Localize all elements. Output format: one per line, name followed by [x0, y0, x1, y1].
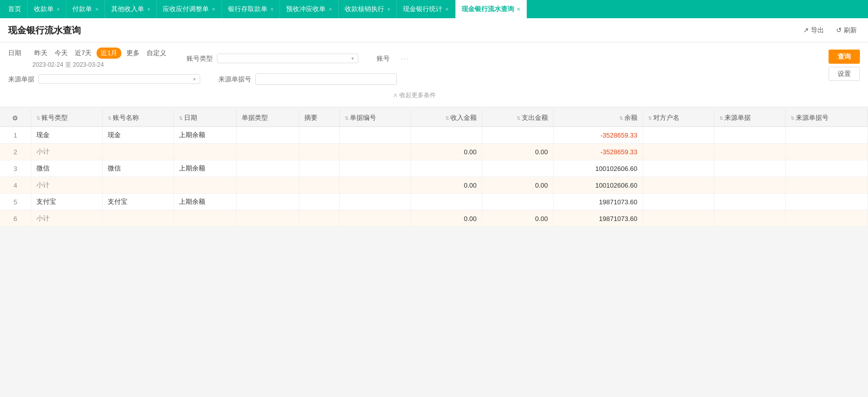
row-income: 0.00 — [410, 210, 482, 227]
row-expense — [482, 127, 553, 144]
date-opt-7days[interactable]: 近7天 — [73, 48, 94, 59]
col-doc-type[interactable]: 单据类型 — [236, 109, 299, 127]
row-counterpart — [643, 160, 714, 177]
row-source-doc — [714, 177, 785, 194]
row-date — [173, 144, 236, 160]
date-opt-custom[interactable]: 自定义 — [145, 48, 168, 59]
account-type-chevron-icon: ▾ — [351, 56, 354, 61]
nav-item-other-income[interactable]: 其他收入单× — [105, 0, 157, 18]
nav-item-ar-ap-adjust[interactable]: 应收应付调整单× — [157, 0, 221, 18]
row-doc-type — [236, 127, 299, 144]
row-account-type: 小计 — [31, 144, 102, 160]
nav-close-prepay-offset[interactable]: × — [329, 6, 332, 12]
col-counterpart[interactable]: ⇅对方户名 — [643, 109, 714, 127]
row-source-doc — [714, 210, 785, 227]
row-source-doc — [714, 127, 785, 144]
refresh-button[interactable]: ↺ 刷新 — [833, 24, 860, 37]
filter-row-1: 日期 昨天 今天 近7天 近1月 更多 自定义 2023-02-24 至 202… — [8, 48, 820, 69]
row-income — [410, 127, 482, 144]
nav-item-cash-flow-query[interactable]: 现金银行流水查询× — [455, 0, 527, 18]
account-type-select[interactable]: ▾ — [217, 54, 358, 63]
row-source-doc-no — [785, 210, 867, 227]
row-income: 0.00 — [410, 177, 482, 194]
gear-icon[interactable]: ⚙ — [12, 114, 18, 122]
date-opt-yesterday[interactable]: 昨天 — [32, 48, 50, 59]
nav-close-cash-bank-stat[interactable]: × — [445, 6, 448, 12]
table-body: 1现金现金上期余额-3528659.332小计0.000.00-3528659.… — [0, 127, 868, 227]
nav-close-cash-flow-query[interactable]: × — [517, 6, 520, 12]
refresh-icon: ↺ — [836, 26, 842, 34]
row-account-type: 小计 — [31, 210, 102, 227]
nav-item-receipt[interactable]: 收款单× — [28, 0, 66, 18]
row-source-doc-no — [785, 160, 867, 177]
nav-close-receipt-verify[interactable]: × — [387, 6, 390, 12]
col-account-name[interactable]: ⇅账号名称 — [102, 109, 173, 127]
row-summary — [299, 177, 339, 194]
nav-close-receipt[interactable]: × — [57, 6, 60, 12]
row-account-type: 微信 — [31, 160, 102, 177]
account-no-dots[interactable]: ··· — [401, 55, 409, 62]
data-table: ⚙ ⇅账号类型 ⇅账号名称 ⇅日期 单据类型 摘要 ⇅单据编号 ⇅收入金额 ⇅支… — [0, 109, 868, 227]
export-button[interactable]: ↗ 导出 — [800, 24, 827, 37]
row-summary — [299, 194, 339, 210]
col-account-type[interactable]: ⇅账号类型 — [31, 109, 102, 127]
page-header: 现金银行流水查询 ↗ 导出 ↺ 刷新 — [0, 18, 868, 42]
nav-item-cash-bank-stat[interactable]: 现金银行统计× — [397, 0, 455, 18]
row-counterpart — [643, 194, 714, 210]
col-doc-no[interactable]: ⇅单据编号 — [339, 109, 410, 127]
query-button[interactable]: 查询 — [829, 50, 860, 64]
filter-fields: 日期 昨天 今天 近7天 近1月 更多 自定义 2023-02-24 至 202… — [8, 48, 820, 104]
filter-main-row: 日期 昨天 今天 近7天 近1月 更多 自定义 2023-02-24 至 202… — [8, 48, 860, 104]
row-balance: -3528659.33 — [553, 144, 643, 160]
collapse-bar[interactable]: ∧ 收起更多条件 — [8, 89, 820, 104]
nav-close-ar-ap-adjust[interactable]: × — [212, 6, 215, 12]
row-date — [173, 177, 236, 194]
settings-button[interactable]: 设置 — [829, 67, 860, 81]
nav-item-receipt-verify[interactable]: 收款核销执行× — [339, 0, 397, 18]
row-account-name — [102, 177, 173, 194]
row-doc-type — [236, 144, 299, 160]
source-doc-select[interactable]: ▾ — [38, 74, 200, 84]
row-account-type: 支付宝 — [31, 194, 102, 210]
col-source-doc[interactable]: ⇅来源单据 — [714, 109, 785, 127]
source-doc-no-input[interactable] — [260, 75, 392, 83]
col-source-doc-no[interactable]: ⇅来源单据号 — [785, 109, 867, 127]
row-account-type: 现金 — [31, 127, 102, 144]
source-doc-label: 来源单据 — [8, 75, 34, 84]
row-account-type: 小计 — [31, 177, 102, 194]
row-account-name: 微信 — [102, 160, 173, 177]
row-source-doc — [714, 144, 785, 160]
right-btn-group: 查询 设置 — [829, 50, 860, 81]
nav-item-payment[interactable]: 付款单× — [66, 0, 105, 18]
col-summary[interactable]: 摘要 — [299, 109, 339, 127]
row-account-name: 现金 — [102, 127, 173, 144]
nav-item-bank-deposit[interactable]: 银行存取款单× — [222, 0, 280, 18]
table-row: 4小计0.000.00100102606.60 — [0, 177, 868, 194]
row-doc-no — [339, 127, 410, 144]
col-gear[interactable]: ⚙ — [0, 109, 31, 127]
row-balance: 100102606.60 — [553, 160, 643, 177]
date-opt-more[interactable]: 更多 — [124, 48, 142, 59]
row-account-name — [102, 210, 173, 227]
date-label: 日期 — [8, 49, 28, 58]
row-num: 2 — [0, 144, 31, 160]
nav-close-bank-deposit[interactable]: × — [270, 6, 273, 12]
account-no-area: ··· — [401, 55, 409, 62]
col-income[interactable]: ⇅收入金额 — [410, 109, 482, 127]
date-opt-1month[interactable]: 近1月 — [97, 48, 121, 59]
row-doc-type — [236, 194, 299, 210]
row-summary — [299, 127, 339, 144]
nav-close-other-income[interactable]: × — [147, 6, 150, 12]
col-date[interactable]: ⇅日期 — [173, 109, 236, 127]
nav-item-prepay-offset[interactable]: 预收冲应收单× — [280, 0, 338, 18]
col-balance[interactable]: ⇅余额 — [553, 109, 643, 127]
row-source-doc-no — [785, 177, 867, 194]
source-doc-no-input-wrap — [255, 73, 397, 85]
date-opt-today[interactable]: 今天 — [53, 48, 70, 59]
row-date: 上期余额 — [173, 160, 236, 177]
col-expense[interactable]: ⇅支出金额 — [482, 109, 553, 127]
row-income — [410, 194, 482, 210]
nav-close-payment[interactable]: × — [95, 6, 98, 12]
row-counterpart — [643, 127, 714, 144]
nav-item-home[interactable]: 首页 — [2, 0, 28, 18]
